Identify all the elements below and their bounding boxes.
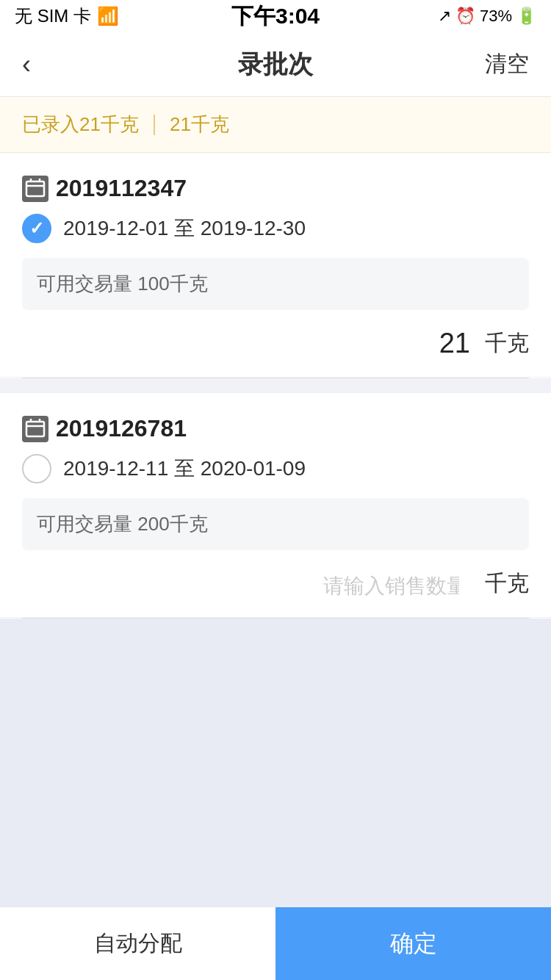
info-banner: 已录入21千克 21千克 — [0, 97, 551, 153]
banner-divider — [154, 115, 155, 135]
date-row-1: 2019-12-01 至 2019-12-30 — [22, 214, 529, 243]
battery-icon: 🔋 — [516, 7, 536, 26]
status-time: 下午3:04 — [231, 1, 320, 32]
unit-1: 千克 — [485, 328, 529, 359]
available-2: 可用交易量 200千克 — [22, 498, 529, 550]
location-icon: ↗ — [438, 7, 451, 26]
page-title: 录批次 — [238, 48, 313, 82]
content-area: 2019112347 2019-12-01 至 2019-12-30 可用交易量… — [0, 153, 551, 980]
sim-label: 无 SIM 卡 — [15, 4, 91, 28]
available-1: 可用交易量 100千克 — [22, 258, 529, 310]
status-bar: 无 SIM 卡 📶 下午3:04 ↗ ⏰ 73% 🔋 — [0, 0, 551, 32]
status-left: 无 SIM 卡 📶 — [15, 4, 119, 28]
confirm-button[interactable]: 确定 — [276, 907, 551, 980]
svg-rect-4 — [26, 422, 44, 436]
batch-id-1: 2019112347 — [56, 175, 187, 202]
svg-rect-0 — [26, 181, 44, 196]
qty-wrapper-2[interactable] — [22, 568, 470, 599]
battery-percent: 73% — [480, 7, 512, 26]
unit-2: 千克 — [485, 569, 529, 599]
footer: 自动分配 确定 — [0, 907, 551, 980]
quantity-row-2[interactable]: 千克 — [0, 550, 551, 618]
empty-area — [0, 619, 551, 912]
radio-2[interactable] — [22, 454, 51, 483]
date-range-2: 2019-12-11 至 2020-01-09 — [63, 455, 306, 483]
nav-bar: ‹ 录批次 清空 — [0, 32, 551, 97]
batch-item-2: 2019126781 2019-12-11 至 2020-01-09 可用交易量… — [0, 393, 551, 619]
status-right: ↗ ⏰ 73% 🔋 — [438, 7, 536, 26]
batch-id-row-1: 2019112347 — [22, 175, 529, 202]
date-range-1: 2019-12-01 至 2019-12-30 — [63, 215, 306, 242]
batch-id-row-2: 2019126781 — [22, 415, 529, 442]
qty-wrapper-1: 21 — [22, 328, 470, 359]
alarm-icon: ⏰ — [455, 7, 475, 26]
wifi-icon: 📶 — [97, 6, 119, 26]
batch-icon-2 — [22, 416, 48, 442]
batch-item-1: 2019112347 2019-12-01 至 2019-12-30 可用交易量… — [0, 153, 551, 378]
quantity-row-1: 21 千克 — [0, 310, 551, 378]
qty-input-2[interactable] — [323, 568, 470, 599]
recorded-label: 已录入21千克 — [22, 112, 139, 137]
recorded-value: 21千克 — [170, 112, 229, 137]
section-separator — [0, 378, 551, 393]
qty-value-1: 21 — [439, 328, 470, 359]
back-button[interactable]: ‹ — [22, 49, 66, 80]
date-row-2: 2019-12-11 至 2020-01-09 — [22, 454, 529, 483]
batch-icon-1 — [22, 176, 48, 202]
auto-distribute-button[interactable]: 自动分配 — [0, 907, 276, 980]
radio-1[interactable] — [22, 214, 51, 243]
batch-id-2: 2019126781 — [56, 415, 187, 442]
clear-button[interactable]: 清空 — [485, 49, 529, 79]
